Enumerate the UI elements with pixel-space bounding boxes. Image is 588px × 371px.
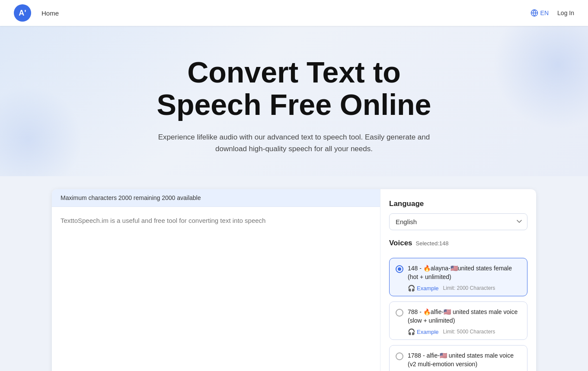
hero-title: Convert Text to Speech Free Online [9,56,579,121]
nav-left: A' Home [14,4,59,22]
voice-item-1[interactable]: 148 - 🔥alayna-🇺🇸united states female (ho… [389,258,527,296]
voice-item-2[interactable]: 788 - 🔥alfie-🇺🇸 united states male voice… [389,301,527,340]
language-label: Language [389,200,527,208]
headphone-icon-2: 🎧 [408,328,415,335]
voice-radio-2[interactable] [396,309,403,317]
example-link-2[interactable]: 🎧 Example [408,328,439,335]
voices-header: Voices Selected:148 [389,239,527,253]
logo[interactable]: A' [14,4,31,22]
voice-name-3: 1788 - alfie-🇺🇸 united states male voice… [408,352,521,368]
nav-home-link[interactable]: Home [42,10,59,17]
voice-footer-1: 🎧 Example Limit: 2000 Characters [408,285,521,292]
limit-text-2: Limit: 5000 Characters [443,329,495,335]
voice-name-1: 148 - 🔥alayna-🇺🇸united states female (ho… [408,264,521,281]
right-panel: Language English Spanish French German I… [380,189,536,371]
text-input[interactable] [52,207,380,362]
voice-item-3[interactable]: 1788 - alfie-🇺🇸 united states male voice… [389,345,527,371]
login-button[interactable]: Log In [557,10,574,16]
voice-item-2-header: 788 - 🔥alfie-🇺🇸 united states male voice… [396,308,521,325]
tool-card: Maximum characters 2000 remaining 2000 a… [52,189,536,371]
voices-count: Selected:148 [416,240,449,247]
char-limit-bar: Maximum characters 2000 remaining 2000 a… [52,189,380,207]
voice-radio-3[interactable] [396,352,403,360]
limit-text-1: Limit: 2000 Characters [443,285,495,291]
voice-name-2: 788 - 🔥alfie-🇺🇸 united states male voice… [408,308,521,325]
voice-item-3-header: 1788 - alfie-🇺🇸 united states male voice… [396,352,521,368]
voice-footer-2: 🎧 Example Limit: 5000 Characters [408,328,521,335]
left-panel: Maximum characters 2000 remaining 2000 a… [52,189,380,371]
headphone-icon-1: 🎧 [408,285,415,292]
tool-container: Maximum characters 2000 remaining 2000 a… [43,176,545,371]
voices-label: Voices [389,239,412,247]
example-link-1[interactable]: 🎧 Example [408,285,439,292]
hero-subtitle: Experience lifelike audio with our advan… [143,131,445,155]
language-toggle-button[interactable]: EN [530,9,549,17]
language-select[interactable]: English Spanish French German Italian Po… [389,213,527,230]
voice-radio-1[interactable] [396,265,403,273]
nav-right: EN Log In [530,9,574,17]
voice-item-1-header: 148 - 🔥alayna-🇺🇸united states female (ho… [396,264,521,281]
lang-label: EN [540,10,549,16]
navbar: A' Home EN Log In [0,0,588,26]
globe-icon [530,9,538,17]
hero-section: Convert Text to Speech Free Online Exper… [0,26,588,176]
